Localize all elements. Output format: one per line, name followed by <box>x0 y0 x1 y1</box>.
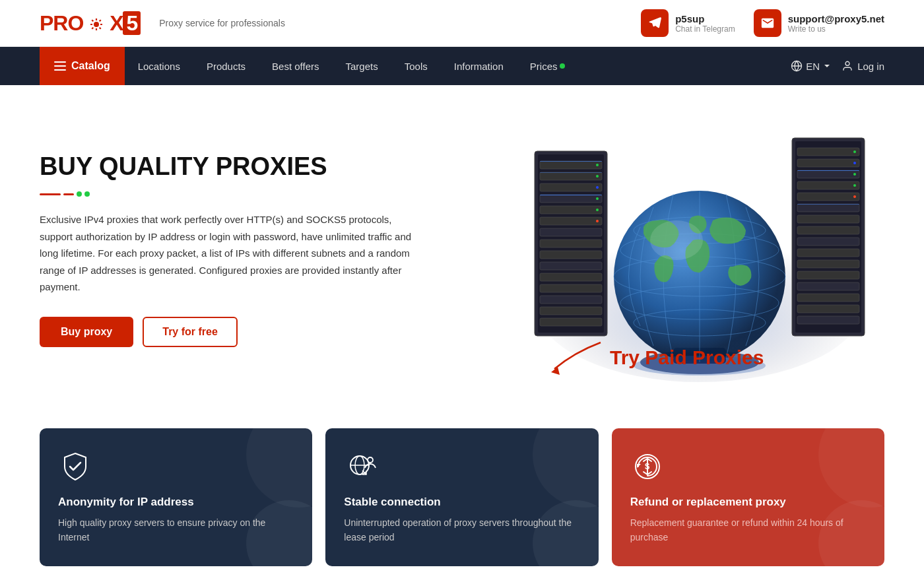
telegram-info: p5sup Chat in Telegram <box>675 13 735 34</box>
svg-rect-14 <box>540 251 602 259</box>
svg-point-50 <box>853 173 856 176</box>
nav-item-products[interactable]: Products <box>193 47 259 85</box>
hero-image: Try Paid Proxies <box>515 118 884 382</box>
telegram-contact[interactable]: p5sup Chat in Telegram <box>641 9 735 37</box>
email-icon <box>754 9 781 37</box>
features-section: Anonymity for IP address High quality pr… <box>0 408 924 588</box>
email-address: support@proxy5.net <box>788 13 884 24</box>
nav-items: Locations Products Best offers Targets T… <box>125 47 791 85</box>
email-info: support@proxy5.net Write to us <box>788 13 884 34</box>
svg-rect-10 <box>540 206 602 214</box>
svg-rect-41 <box>797 249 859 257</box>
feature-card-stable: Stable connection Uninterrupted operatio… <box>325 428 598 566</box>
nav-item-best-offers[interactable]: Best offers <box>259 47 332 85</box>
svg-text:$: $ <box>645 461 650 471</box>
svg-point-48 <box>853 150 856 153</box>
divider-line-2 <box>63 193 74 195</box>
shield-icon <box>58 449 92 484</box>
svg-rect-19 <box>540 307 602 315</box>
hamburger-icon <box>54 61 66 71</box>
svg-rect-27 <box>540 161 602 162</box>
divider-dot-2 <box>84 191 90 197</box>
svg-point-64 <box>650 220 703 260</box>
svg-marker-73 <box>637 464 641 468</box>
annotation-text: Try Paid Proxies <box>610 346 764 369</box>
feature-desc-stable: Uninterrupted operation of proxy servers… <box>344 515 579 545</box>
svg-rect-18 <box>540 296 602 304</box>
feature-title-anonymity: Anonymity for IP address <box>58 496 294 509</box>
svg-rect-44 <box>797 282 859 290</box>
email-contact[interactable]: support@proxy5.net Write to us <box>754 9 884 37</box>
nav-item-prices[interactable]: Prices <box>517 47 578 85</box>
svg-point-49 <box>853 162 856 164</box>
hero-section: BUY QUALITY PROXIES Exclusive IPv4 proxi… <box>0 85 924 408</box>
svg-rect-7 <box>540 172 602 180</box>
svg-point-0 <box>94 22 99 27</box>
svg-point-26 <box>596 220 599 222</box>
annotation-arrow <box>548 339 607 376</box>
feature-card-anonymity: Anonymity for IP address High quality pr… <box>40 428 312 566</box>
telegram-icon <box>641 9 669 37</box>
svg-rect-33 <box>797 159 859 167</box>
telegram-desc: Chat in Telegram <box>675 24 735 34</box>
svg-rect-28 <box>540 172 602 173</box>
logo[interactable]: PRO X5 <box>40 11 141 36</box>
svg-rect-29 <box>540 195 602 195</box>
svg-rect-32 <box>797 148 859 156</box>
feature-desc-anonymity: High quality proxy servers to ensure pri… <box>58 515 294 545</box>
telegram-handle: p5sup <box>675 13 735 24</box>
svg-rect-39 <box>797 226 859 234</box>
svg-rect-38 <box>797 215 859 223</box>
svg-rect-54 <box>797 204 859 205</box>
svg-rect-15 <box>540 262 602 270</box>
svg-rect-43 <box>797 271 859 279</box>
login-button[interactable]: Log in <box>842 60 884 72</box>
svg-rect-20 <box>540 318 602 326</box>
nav-item-tools[interactable]: Tools <box>391 47 441 85</box>
divider-dot-1 <box>77 191 82 197</box>
language-selector[interactable]: EN <box>791 60 831 72</box>
svg-rect-35 <box>797 181 859 189</box>
svg-rect-40 <box>797 238 859 245</box>
svg-point-51 <box>853 184 856 187</box>
connection-icon <box>344 449 378 484</box>
svg-rect-11 <box>540 217 602 225</box>
svg-rect-46 <box>797 305 859 313</box>
feature-title-refund: Refund or replacement proxy <box>630 496 866 509</box>
svg-rect-37 <box>797 204 859 212</box>
svg-point-21 <box>596 164 599 166</box>
nav-item-information[interactable]: Information <box>441 47 517 85</box>
hero-buttons: Buy proxy Try for free <box>40 317 422 347</box>
svg-point-70 <box>368 457 373 463</box>
feature-desc-refund: Replacement guarantee or refund within 2… <box>630 515 866 545</box>
annotation-container: Try Paid Proxies <box>548 339 764 376</box>
try-free-button[interactable]: Try for free <box>143 317 238 347</box>
svg-rect-17 <box>540 284 602 292</box>
hero-content: BUY QUALITY PROXIES Exclusive IPv4 proxi… <box>40 153 422 346</box>
svg-point-24 <box>596 197 599 200</box>
svg-point-2 <box>845 61 849 65</box>
header: PRO X5 Proxy service for professionals p… <box>0 0 924 47</box>
nav-item-targets[interactable]: Targets <box>333 47 391 85</box>
header-left: PRO X5 Proxy service for professionals <box>40 11 285 36</box>
catalog-label: Catalog <box>71 60 110 72</box>
svg-rect-34 <box>797 170 859 178</box>
svg-rect-31 <box>795 141 861 333</box>
svg-point-23 <box>596 186 599 189</box>
svg-point-25 <box>596 209 599 211</box>
hero-divider <box>40 191 422 197</box>
feature-title-stable: Stable connection <box>344 496 579 509</box>
feature-card-refund: $ Refund or replacement proxy Replacemen… <box>612 428 884 566</box>
header-right: p5sup Chat in Telegram support@proxy5.ne… <box>641 9 884 37</box>
nav-item-locations[interactable]: Locations <box>125 47 193 85</box>
divider-line-1 <box>40 193 61 195</box>
svg-rect-16 <box>540 273 602 281</box>
nav-right: EN Log in <box>791 60 884 72</box>
svg-rect-53 <box>797 170 859 171</box>
hero-description: Exclusive IPv4 proxies that work perfect… <box>40 211 422 296</box>
language-label: EN <box>806 61 820 72</box>
svg-rect-13 <box>540 240 602 247</box>
buy-proxy-button[interactable]: Buy proxy <box>40 317 133 347</box>
svg-rect-36 <box>797 193 859 201</box>
catalog-button[interactable]: Catalog <box>40 47 125 85</box>
